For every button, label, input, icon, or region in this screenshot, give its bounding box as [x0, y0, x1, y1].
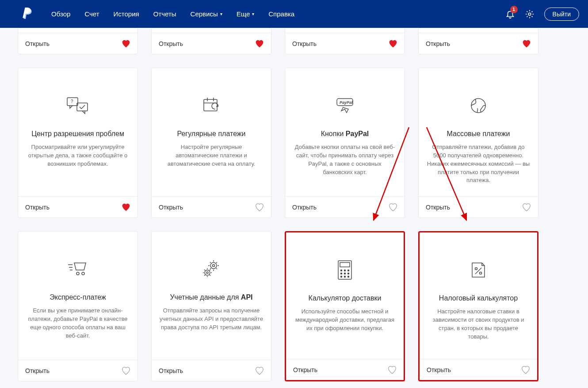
chevron-down-icon: ▾ [252, 11, 254, 16]
open-link[interactable]: Открыть [292, 204, 317, 211]
notification-badge: 1 [510, 6, 518, 13]
favorite-heart-icon[interactable] [522, 40, 531, 48]
card-description: Отправляйте запросы на получение учетных… [160, 307, 263, 332]
card-title: Центр разрешения проблем [31, 130, 124, 138]
service-card-shipping-calculator: Калькулятор доставки Используйте способы… [285, 231, 405, 381]
favorite-heart-icon[interactable] [122, 40, 130, 48]
settings-button[interactable] [525, 9, 535, 19]
main-nav: Обзор Счет История Отчеты Сервисы▾ Еще▾ … [51, 10, 505, 18]
favorite-heart-icon[interactable] [522, 203, 531, 211]
chevron-down-icon: ▾ [220, 11, 222, 16]
card-description: Добавьте кнопки оплаты на свой веб-сайт,… [293, 143, 397, 176]
open-link[interactable]: Открыть [159, 367, 183, 374]
card-footer: Открыть [18, 33, 137, 54]
service-card-recurring-payments: Регулярные платежи Настройте регулярные … [151, 68, 271, 218]
nav-account[interactable]: Счет [84, 10, 99, 18]
svg-text:?: ? [71, 99, 73, 104]
svg-point-12 [82, 272, 84, 275]
svg-point-19 [206, 272, 208, 274]
service-card: Открыть [285, 28, 405, 54]
chat-check-icon: ? [65, 90, 91, 121]
nav-help[interactable]: Справка [268, 10, 294, 18]
svg-text:PayPal: PayPal [340, 100, 353, 105]
favorite-heart-icon[interactable] [389, 40, 397, 48]
card-title: Калькулятор доставки [309, 294, 382, 302]
svg-point-0 [528, 13, 531, 15]
nav-history[interactable]: История [114, 10, 139, 18]
nav-services[interactable]: Сервисы▾ [191, 10, 222, 18]
paypal-button-tag-icon: PayPal [332, 90, 358, 121]
card-title: Экспресс-платеж [50, 293, 106, 301]
nav-more[interactable]: Еще▾ [237, 10, 255, 18]
card-title: Кнопки PayPal [321, 130, 369, 138]
card-description: Настройте регулярные автоматические плат… [160, 143, 263, 168]
svg-point-11 [76, 272, 79, 275]
open-link[interactable]: Открыть [427, 366, 451, 373]
percent-doc-icon [469, 255, 488, 285]
favorite-heart-icon[interactable] [389, 203, 397, 211]
card-description: Используйте способы местной и международ… [294, 308, 396, 333]
service-card-paypal-buttons: PayPal Кнопки PayPal Добавьте кнопки опл… [285, 68, 405, 218]
top-header: Обзор Счет История Отчеты Сервисы▾ Еще▾ … [0, 0, 588, 28]
svg-point-27 [348, 273, 349, 274]
open-link[interactable]: Открыть [426, 204, 450, 211]
service-card-api-credentials: Учетные данные для API Отправляйте запро… [151, 231, 271, 381]
open-link[interactable]: Открыть [25, 367, 50, 374]
service-card: Открыть [418, 28, 538, 54]
favorite-heart-icon[interactable] [122, 367, 130, 375]
favorite-heart-icon[interactable] [388, 366, 397, 374]
cart-fast-icon [65, 254, 90, 285]
open-link[interactable]: Открыть [292, 40, 317, 47]
favorite-heart-icon[interactable] [122, 203, 130, 211]
service-card-mass-payments: Массовые платежи Отправляйте платежи, до… [418, 68, 538, 218]
card-footer: Открыть [285, 33, 405, 54]
globe-icon [469, 90, 488, 121]
svg-point-26 [344, 273, 346, 274]
open-link[interactable]: Открыть [159, 40, 183, 47]
gears-icon [200, 254, 222, 285]
svg-rect-21 [340, 262, 350, 267]
card-footer: Открыть [152, 33, 271, 54]
logout-button[interactable]: Выйти [544, 8, 579, 21]
svg-rect-3 [77, 103, 88, 111]
svg-point-18 [205, 270, 210, 275]
favorite-heart-icon[interactable] [255, 203, 264, 211]
open-link[interactable]: Открыть [426, 40, 450, 47]
svg-point-32 [480, 272, 482, 274]
svg-point-25 [341, 273, 342, 274]
card-title: Массовые платежи [447, 130, 510, 138]
service-card: Открыть [151, 28, 271, 54]
card-title: Налоговый калькулятор [439, 294, 518, 302]
service-card-resolution-center: ? Центр разрешения проблем Просматривайт… [18, 68, 138, 218]
open-link[interactable]: Открыть [25, 204, 50, 211]
favorite-heart-icon[interactable] [255, 367, 264, 375]
card-footer: Открыть [419, 33, 538, 54]
svg-point-17 [213, 265, 215, 267]
service-card-tax-calculator: Налоговый калькулятор Настройте налоговы… [418, 231, 538, 381]
favorite-heart-icon[interactable] [255, 40, 264, 48]
open-link[interactable]: Открыть [159, 204, 183, 211]
svg-point-29 [344, 276, 346, 278]
service-card-express-checkout: Экспресс-платеж Если вы уже принимаете о… [18, 231, 138, 381]
calculator-icon [336, 255, 353, 285]
nav-reports[interactable]: Отчеты [153, 10, 176, 18]
service-card: Открыть [18, 28, 138, 54]
svg-point-23 [344, 270, 346, 271]
header-actions: 1 Выйти [505, 8, 579, 21]
open-link[interactable]: Открыть [293, 366, 317, 373]
content-area: Открыть Открыть Открыть [0, 28, 588, 388]
calendar-refresh-icon [200, 90, 222, 121]
card-title: Учетные данные для API [170, 293, 252, 301]
card-description: Отправляйте платежи, добавив до 5000 пол… [427, 143, 530, 185]
nav-overview[interactable]: Обзор [51, 10, 70, 18]
card-description: Настройте налоговые ставки в зависимости… [428, 308, 529, 341]
paypal-logo-icon[interactable] [22, 8, 34, 21]
card-description: Просматривайте или урегулируйте открытые… [26, 143, 130, 168]
notifications-button[interactable]: 1 [505, 9, 515, 19]
svg-line-33 [475, 268, 481, 274]
open-link[interactable]: Открыть [25, 40, 50, 47]
favorite-heart-icon[interactable] [521, 366, 530, 374]
card-title: Регулярные платежи [177, 130, 246, 138]
svg-point-30 [348, 276, 349, 278]
svg-point-31 [475, 268, 477, 270]
